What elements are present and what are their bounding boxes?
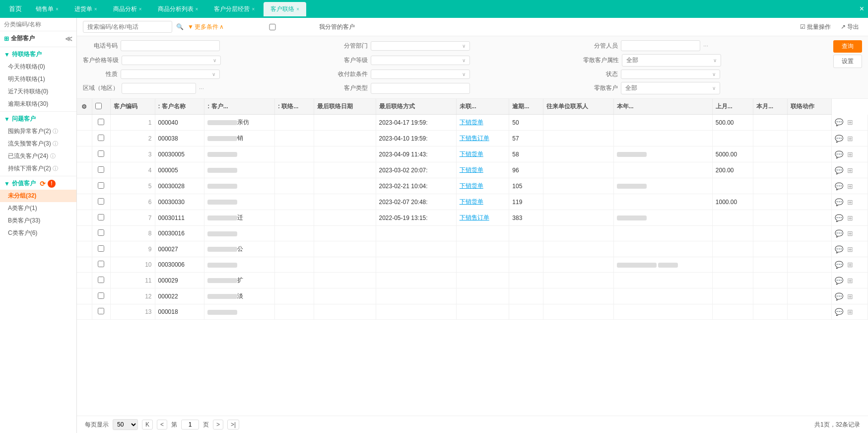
customer-level-select[interactable]: ∨ bbox=[371, 56, 470, 65]
more-conditions-button[interactable]: ▼ 更多条件 ∧ bbox=[188, 23, 224, 31]
sidebar-search-input[interactable] bbox=[4, 21, 77, 28]
nav-tab-customer-mgmt[interactable]: 客户分层经营 × bbox=[207, 2, 262, 16]
sidebar-item-class-a[interactable]: A类客户(1) bbox=[0, 202, 76, 215]
sidebar-item-class-b[interactable]: B类客户(33) bbox=[0, 215, 76, 227]
sidebar-item-overdue[interactable]: 逾期未联络(30) bbox=[0, 98, 76, 110]
close-icon[interactable]: × bbox=[296, 6, 299, 12]
my-customers-checkbox[interactable]: 我分管的客户 bbox=[228, 23, 355, 31]
sidebar-group-problem[interactable]: ▼ 问题客户 bbox=[0, 113, 76, 125]
sidebar-item-class-c[interactable]: C类客户(6) bbox=[0, 227, 76, 239]
prev-page-button[interactable]: < bbox=[157, 420, 167, 430]
select-all-checkbox[interactable] bbox=[95, 103, 102, 109]
nav-tab-analysis[interactable]: 商品分析 × bbox=[106, 2, 149, 16]
grid-action-icon[interactable]: ⊞ bbox=[847, 135, 853, 143]
customer-type-input[interactable] bbox=[371, 83, 470, 94]
close-icon[interactable]: × bbox=[94, 6, 97, 12]
row-checkbox[interactable] bbox=[92, 194, 111, 210]
row-select-checkbox[interactable] bbox=[98, 277, 104, 283]
grid-action-icon[interactable]: ⊞ bbox=[847, 150, 853, 158]
row-select-checkbox[interactable] bbox=[98, 182, 104, 189]
sidebar-item-churned[interactable]: 已流失客户(24) ⓘ bbox=[0, 150, 76, 162]
contact-method-link[interactable]: 下销货单 bbox=[460, 198, 483, 205]
row-checkbox[interactable] bbox=[92, 257, 111, 273]
search-input[interactable] bbox=[83, 21, 172, 33]
nav-tab-customer-contact[interactable]: 客户联络 × bbox=[264, 2, 306, 16]
nav-tab-purchase[interactable]: 进货单 × bbox=[67, 2, 104, 16]
row-checkbox[interactable] bbox=[92, 241, 111, 257]
contact-method-link[interactable]: 下销货单 bbox=[460, 150, 483, 157]
sidebar-group-pending[interactable]: ▼ 待联络客户 bbox=[0, 48, 76, 61]
checkbox-col-header[interactable] bbox=[92, 99, 111, 115]
grid-action-icon[interactable]: ⊞ bbox=[847, 166, 853, 174]
all-customers-header[interactable]: ⊞ 全部客户 ≪ bbox=[0, 31, 76, 46]
row-select-checkbox[interactable] bbox=[98, 214, 104, 220]
nav-tab-analysis-list[interactable]: 商品分析列表 × bbox=[151, 2, 205, 16]
contact-method-link[interactable]: 下销售订单 bbox=[460, 135, 489, 142]
chat-icon[interactable]: 💬 bbox=[835, 135, 843, 143]
per-page-select[interactable]: 50 100 200 bbox=[113, 419, 138, 430]
search-icon[interactable]: 🔍 bbox=[176, 23, 184, 30]
row-select-checkbox[interactable] bbox=[98, 261, 104, 267]
close-icon[interactable]: × bbox=[139, 6, 142, 12]
nature-select[interactable]: ∨ bbox=[121, 70, 220, 79]
close-all-tabs-button[interactable]: × bbox=[860, 4, 864, 13]
row-select-checkbox[interactable] bbox=[98, 308, 104, 314]
chat-icon[interactable]: 💬 bbox=[835, 166, 843, 174]
row-select-checkbox[interactable] bbox=[98, 245, 104, 252]
chat-icon[interactable]: 💬 bbox=[835, 245, 843, 253]
row-checkbox[interactable] bbox=[92, 162, 111, 178]
close-icon[interactable]: × bbox=[196, 6, 199, 12]
contact-method-link[interactable]: 下销货单 bbox=[460, 119, 483, 126]
status-select[interactable]: ∨ bbox=[621, 70, 720, 79]
page-input[interactable] bbox=[181, 420, 199, 430]
query-button[interactable]: 查询 bbox=[833, 40, 862, 53]
row-select-checkbox[interactable] bbox=[98, 229, 104, 236]
row-select-checkbox[interactable] bbox=[98, 166, 104, 173]
row-select-checkbox[interactable] bbox=[98, 135, 104, 141]
grid-action-icon[interactable]: ⊞ bbox=[847, 118, 853, 126]
grid-action-icon[interactable]: ⊞ bbox=[847, 229, 853, 237]
chat-icon[interactable]: 💬 bbox=[835, 261, 843, 269]
grid-action-icon[interactable]: ⊞ bbox=[847, 198, 853, 206]
export-button[interactable]: ↗ 导出 bbox=[838, 21, 862, 33]
price-level-select[interactable]: ∨ bbox=[122, 56, 221, 65]
first-page-button[interactable]: K bbox=[142, 420, 153, 430]
close-icon[interactable]: × bbox=[252, 6, 255, 12]
sidebar-item-unassigned[interactable]: 未分组(32) bbox=[0, 190, 76, 202]
nav-home[interactable]: 首页 bbox=[4, 1, 27, 16]
chat-icon[interactable]: 💬 bbox=[835, 198, 843, 206]
row-select-checkbox[interactable] bbox=[98, 119, 104, 125]
chat-icon[interactable]: 💬 bbox=[835, 150, 843, 158]
row-checkbox[interactable] bbox=[92, 273, 111, 289]
grid-action-icon[interactable]: ⊞ bbox=[847, 261, 853, 269]
chat-icon[interactable]: 💬 bbox=[835, 292, 843, 300]
chat-icon[interactable]: 💬 bbox=[835, 229, 843, 237]
chat-icon[interactable]: 💬 bbox=[835, 277, 843, 285]
row-select-checkbox[interactable] bbox=[98, 292, 104, 299]
dots-icon[interactable]: ··· bbox=[703, 42, 708, 49]
chat-icon[interactable]: 💬 bbox=[835, 118, 843, 126]
grid-action-icon[interactable]: ⊞ bbox=[847, 182, 853, 190]
sidebar-group-value[interactable]: ▼ 价值客户 ⟳ ! bbox=[0, 177, 76, 190]
row-checkbox[interactable] bbox=[92, 210, 111, 226]
phone-input[interactable] bbox=[121, 40, 220, 51]
chat-icon[interactable]: 💬 bbox=[835, 308, 843, 316]
sidebar-item-declining[interactable]: 持续下滑客户(2) ⓘ bbox=[0, 162, 76, 175]
chat-icon[interactable]: 💬 bbox=[835, 182, 843, 190]
my-customers-checkbox-input[interactable] bbox=[228, 24, 317, 30]
nav-tab-sales[interactable]: 销售单 × bbox=[29, 2, 66, 16]
contact-method-link[interactable]: 下销货单 bbox=[460, 166, 483, 173]
row-checkbox[interactable] bbox=[92, 304, 111, 320]
row-checkbox[interactable] bbox=[92, 146, 111, 162]
retail-customer-select[interactable]: 全部 ∨ bbox=[621, 82, 720, 94]
payment-select[interactable]: ∨ bbox=[371, 70, 470, 79]
row-select-checkbox[interactable] bbox=[98, 198, 104, 205]
sidebar-item-today[interactable]: 今天待联络(0) bbox=[0, 61, 76, 73]
dots-icon[interactable]: ··· bbox=[199, 85, 204, 92]
settings-col-header[interactable]: ⚙ bbox=[77, 99, 92, 115]
dept-select[interactable]: ∨ bbox=[371, 41, 470, 51]
grid-action-icon[interactable]: ⊞ bbox=[847, 308, 853, 316]
grid-action-icon[interactable]: ⊞ bbox=[847, 292, 853, 300]
row-checkbox[interactable] bbox=[92, 178, 111, 194]
retail-attr-select[interactable]: 全部 ∨ bbox=[622, 54, 721, 67]
